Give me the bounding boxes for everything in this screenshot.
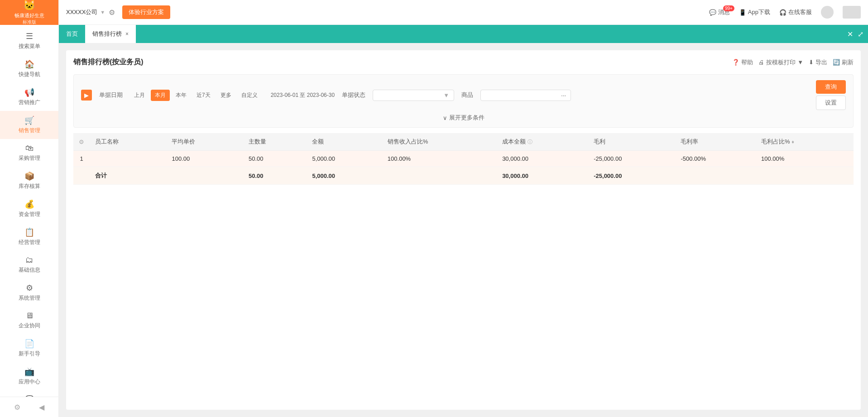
window-close-icon[interactable]: ✕ [847, 30, 853, 38]
app-download-label: App下载 [748, 8, 770, 16]
date-btn-this-year[interactable]: 本年 [172, 90, 191, 101]
sidebar-label-management: 经营管理 [19, 239, 40, 246]
tab-home-label: 首页 [66, 30, 78, 38]
online-service-label: 在线客服 [788, 8, 812, 16]
footer-avg-price [166, 167, 243, 185]
th-profit: 毛利 [588, 133, 675, 151]
sidebar-item-purchase[interactable]: 🛍 采购管理 [0, 139, 58, 167]
footer-total: 5,000.00 [307, 167, 382, 185]
query-button[interactable]: 查询 [816, 80, 846, 94]
footer-main-qty: 50.00 [243, 167, 307, 185]
cell-total: 5,000.00 [307, 151, 382, 167]
company-selector[interactable]: XXXXX公司 ▼ [66, 8, 105, 16]
footer-profit-rate [675, 167, 756, 185]
sidebar-label-base: 基础信息 [19, 266, 40, 274]
sidebar-label-finance: 资金管理 [19, 211, 40, 218]
tab-active-label: 销售排行榜 [92, 30, 122, 38]
chevron-down-icon: ▼ [443, 92, 449, 99]
footer-empty [73, 167, 90, 185]
sidebar-item-apps[interactable]: 📺 应用中心 [0, 362, 58, 390]
sidebar-item-marketing[interactable]: 📢 营销推广 [0, 83, 58, 111]
sidebar-label-purchase: 采购管理 [19, 154, 40, 162]
cell-profit-pct: 100.00% [756, 151, 854, 167]
date-btn-more[interactable]: 更多 [216, 90, 235, 101]
message-badge: 99+ [723, 5, 734, 11]
chevron-down-icon: ∨ [443, 115, 447, 121]
tab-sales-ranking[interactable]: 销售排行榜 × [85, 25, 136, 43]
sidebar-item-system[interactable]: ⚙ 系统管理 [0, 278, 58, 307]
settings-button[interactable]: 设置 [816, 96, 846, 110]
sidebar-collapse-btn[interactable]: ◀ [39, 403, 44, 412]
page-title: 销售排行榜(按业务员) [73, 58, 144, 67]
expand-conditions-btn[interactable]: ∨ 展开更多条件 [443, 114, 484, 122]
th-avg-price: 平均单价 [166, 133, 243, 151]
chevron-down-icon: ▼ [797, 59, 803, 66]
sidebar-item-collab[interactable]: 🖥 企业协同 [0, 307, 58, 334]
date-btn-7days[interactable]: 近7天 [192, 90, 215, 101]
profit-pct-help-icon: ♦ [791, 139, 794, 144]
window-maximize-icon[interactable]: ⤢ [858, 30, 863, 38]
base-icon: 🗂 [25, 255, 34, 265]
sidebar-item-base[interactable]: 🗂 基础信息 [0, 251, 58, 278]
th-cost: 成本全额 ⓘ [497, 133, 588, 151]
cell-avg-price: 100.00 [166, 151, 243, 167]
cell-main-qty: 50.00 [243, 151, 307, 167]
sidebar-item-nav[interactable]: 🏠 快捷导航 [0, 55, 58, 83]
cell-profit-rate: -500.00% [675, 151, 756, 167]
company-name: XXXXX公司 [66, 8, 97, 16]
footer-profit-pct [756, 167, 854, 185]
sidebar-item-wechat[interactable]: 💬 企业微信 [0, 390, 58, 397]
system-icon: ⚙ [26, 283, 33, 293]
goods-input[interactable]: ··· [480, 90, 571, 101]
th-name-label: 员工名称 [95, 138, 119, 145]
message-btn[interactable]: 💬 消息 99+ [709, 8, 730, 16]
content-card: 销售排行榜(按业务员) ❓ 帮助 🖨 按模板打印 ▼ ⬇ 导出 🔄 刷新 [66, 50, 861, 410]
home-icon: 🏠 [24, 59, 34, 69]
filter-actions: 查询 设置 [816, 80, 846, 110]
sidebar-item-finance[interactable]: 💰 资金管理 [0, 195, 58, 223]
sidebar-label-apps: 应用中心 [19, 378, 40, 386]
template-print-button[interactable]: 🖨 按模板打印 ▼ [758, 58, 803, 67]
online-service-btn[interactable]: 🎧 在线客服 [779, 8, 812, 16]
user-avatar[interactable] [821, 6, 834, 19]
guide-icon: 📄 [24, 339, 34, 349]
help-icon: ❓ [732, 59, 739, 66]
sidebar-item-inventory[interactable]: 📦 库存核算 [0, 167, 58, 195]
date-btn-last-month[interactable]: 上月 [130, 90, 149, 101]
th-settings[interactable]: ⚙ [73, 133, 90, 151]
user-name-block [843, 6, 861, 19]
inventory-icon: 📦 [24, 171, 34, 181]
sidebar-settings-btn[interactable]: ⚙ [14, 403, 20, 412]
column-settings-icon[interactable]: ⚙ [79, 139, 84, 145]
app-download-btn[interactable]: 📱 App下载 [739, 8, 770, 16]
status-select[interactable]: ▼ [373, 90, 454, 101]
sidebar-label-sales: 销售管理 [19, 127, 40, 134]
headset-icon: 🎧 [779, 9, 786, 16]
tabbar: 首页 销售排行榜 × ✕ ⤢ [59, 25, 868, 43]
ellipsis-btn[interactable]: ··· [561, 92, 566, 99]
filter-toggle-btn[interactable]: ▶ [81, 90, 92, 101]
tab-home[interactable]: 首页 [59, 25, 85, 43]
sidebar-label-nav: 快捷导航 [19, 71, 40, 78]
logo-icon: 🐱 [23, 0, 35, 11]
sidebar-footer: ⚙ ◀ [0, 397, 58, 417]
export-button[interactable]: ⬇ 导出 [809, 58, 827, 67]
tab-close-icon[interactable]: × [125, 31, 129, 37]
refresh-button[interactable]: 🔄 刷新 [833, 58, 854, 67]
sidebar-item-management[interactable]: 📋 经营管理 [0, 223, 58, 251]
search-menu-icon: ☰ [26, 31, 33, 41]
settings-icon[interactable]: ⚙ [109, 8, 115, 17]
help-button[interactable]: ❓ 帮助 [732, 58, 753, 67]
sidebar-item-guide[interactable]: 📄 新手引导 [0, 334, 58, 362]
cost-help-icon: ⓘ [528, 139, 532, 144]
sidebar-item-sales[interactable]: 🛒 销售管理 [0, 111, 58, 139]
date-btn-this-month[interactable]: 本月 [151, 90, 170, 101]
footer-cost: 30,000.00 [497, 167, 588, 185]
date-btn-custom[interactable]: 自定义 [237, 90, 262, 101]
sidebar-item-search[interactable]: ☰ 搜索菜单 [0, 27, 58, 55]
chevron-down-icon: ▼ [100, 10, 105, 15]
cell-name [90, 151, 166, 167]
filter-row: ▶ 单据日期 上月 本月 本年 近7天 更多 自定义 2023-06-01 至 … [81, 80, 846, 110]
trial-button[interactable]: 体验行业方案 [122, 5, 170, 19]
footer-label: 合计 [90, 167, 166, 185]
